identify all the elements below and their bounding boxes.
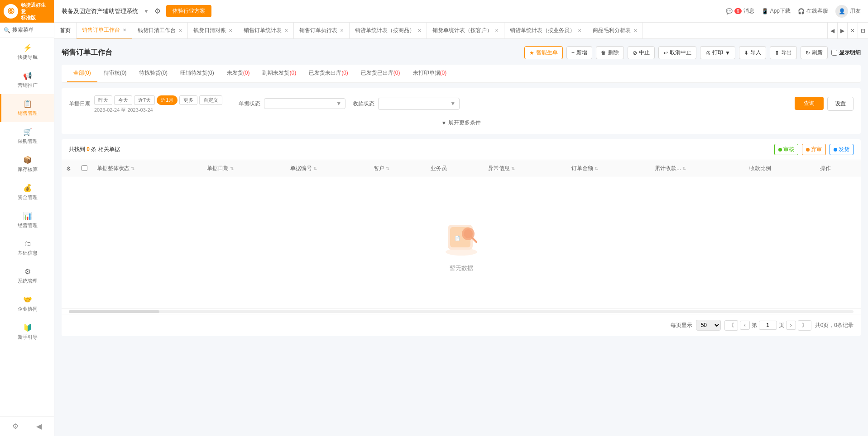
expand-more-btn[interactable]: ▼ 展开更多条件 — [69, 117, 854, 128]
filter-tab-not-printed[interactable]: 未打印单据(0) — [407, 65, 453, 82]
date-btn-more[interactable]: 更多 — [179, 95, 197, 105]
col-settings[interactable]: ⚙ — [62, 160, 75, 177]
date-btn-custom[interactable]: 自定义 — [199, 95, 222, 105]
gear-icon[interactable]: ⚙ — [154, 7, 161, 15]
sort-icon[interactable]: ⇅ — [131, 166, 134, 171]
col-checkbox[interactable] — [75, 160, 93, 177]
sort-icon[interactable]: ⇅ — [313, 166, 317, 171]
delete-btn[interactable]: 🗑 删除 — [596, 46, 624, 59]
first-page-btn[interactable]: 《 — [724, 320, 738, 331]
last-page-btn[interactable]: 》 — [798, 320, 811, 331]
smart-generate-btn[interactable]: ★ 智能生单 — [524, 46, 563, 59]
tabs-close-btn[interactable]: ✕ — [847, 23, 858, 39]
sort-icon[interactable]: ⇅ — [511, 166, 515, 171]
industry-btn[interactable]: 体验行业方案 — [166, 5, 211, 17]
close-tab-icon[interactable]: ✕ — [495, 28, 499, 33]
user-menu[interactable]: 👤 用友 — [835, 5, 861, 18]
show-detail-input[interactable] — [831, 50, 837, 56]
sidebar-item-sales[interactable]: 📋 销售管理 — [0, 94, 54, 122]
sales-icon: 📋 — [23, 100, 32, 108]
date-btn-today[interactable]: 今天 — [114, 95, 132, 105]
tab-sales-workbench[interactable]: 销售订单工作台 ✕ — [77, 23, 132, 39]
tab-home[interactable]: 首页 — [54, 23, 77, 39]
sort-icon[interactable]: ⇅ — [682, 166, 686, 171]
date-btn-7days[interactable]: 近7天 — [134, 95, 155, 105]
tab-profit-analysis[interactable]: 商品毛利分析表 ✕ — [587, 23, 643, 39]
tabs-prev-btn[interactable]: ◀ — [827, 23, 837, 39]
batch-ship-btn[interactable]: 发货 — [830, 144, 854, 155]
dropdown-arrow-icon[interactable]: ▼ — [144, 8, 149, 14]
show-detail-checkbox[interactable]: 显示明细 — [831, 49, 861, 57]
sort-icon[interactable]: ⇅ — [595, 166, 598, 171]
close-tab-icon[interactable]: ✕ — [417, 28, 421, 33]
print-btn[interactable]: 🖨 打印 ▼ — [700, 46, 735, 59]
tab-sales-summary-product[interactable]: 销货单统计表（按商品） ✕ — [350, 23, 427, 39]
sidebar-item-operation[interactable]: 📊 经营管理 — [0, 206, 54, 234]
batch-unreview-btn[interactable]: 弃审 — [802, 144, 826, 155]
filter-tab-pending-inspect[interactable]: 待拣验货(0) — [133, 65, 174, 82]
sidebar-item-quick-nav[interactable]: ⚡ 快捷导航 — [0, 38, 54, 66]
set-btn[interactable]: 设置 — [827, 97, 854, 111]
sidebar-item-guide[interactable]: 🔰 新手引导 — [0, 318, 54, 346]
sidebar-item-system[interactable]: ⚙ 系统管理 — [0, 262, 54, 290]
add-btn[interactable]: + 新增 — [566, 46, 592, 59]
page-size-select[interactable]: 50 20 100 — [696, 320, 721, 331]
plus-icon: + — [571, 50, 575, 56]
tab-sales-summary-staff[interactable]: 销货单统计表（按业务员） ✕ — [504, 23, 587, 39]
print-dropdown-icon: ▼ — [725, 50, 730, 56]
status-select[interactable]: ▼ — [264, 98, 345, 109]
tab-sales-summary-customer[interactable]: 销货单统计表（按客户） ✕ — [427, 23, 504, 39]
sidebar-item-basic[interactable]: 🗂 基础信息 — [0, 234, 54, 262]
col-payment-ratio: 收款比例 — [746, 160, 816, 177]
filter-tab-shipped-out[interactable]: 已发货已出库(0) — [355, 65, 407, 82]
page-input[interactable] — [759, 321, 777, 330]
close-tab-icon[interactable]: ✕ — [340, 28, 344, 33]
batch-review-btn[interactable]: 审核 — [774, 144, 798, 155]
refresh-btn[interactable]: ↻ 刷新 — [801, 46, 828, 59]
horizontal-scrollbar[interactable] — [62, 308, 861, 314]
scrollbar-thumb[interactable] — [69, 310, 159, 313]
date-btn-1month[interactable]: 近1月 — [157, 95, 177, 105]
filter-tab-shipped-not-out[interactable]: 已发货未出库(0) — [302, 65, 355, 82]
close-tab-icon[interactable]: ✕ — [123, 28, 126, 33]
query-btn[interactable]: 查询 — [795, 97, 824, 110]
tab-sales-stats[interactable]: 销售订单统计表 ✕ — [238, 23, 294, 39]
cancel-stop-btn[interactable]: ↩ 取消中止 — [658, 46, 696, 59]
next-page-btn[interactable]: › — [786, 321, 796, 330]
messages-btn[interactable]: 💬 6 消息 — [726, 7, 754, 15]
sidebar-item-purchase[interactable]: 🛒 采购管理 — [0, 122, 54, 150]
close-tab-icon[interactable]: ✕ — [633, 28, 637, 33]
filter-tab-pending-review[interactable]: 待审核(0) — [97, 65, 133, 82]
sidebar-item-inventory[interactable]: 📦 库存核算 — [0, 150, 54, 178]
app-download-btn[interactable]: 📱 App下载 — [762, 7, 791, 15]
stop-btn[interactable]: ⊘ 中止 — [628, 46, 655, 59]
date-btn-yesterday[interactable]: 昨天 — [94, 95, 112, 105]
sort-icon[interactable]: ⇅ — [386, 166, 389, 171]
online-service-btn[interactable]: 🎧 在线客服 — [798, 7, 828, 15]
tab-sales-exec[interactable]: 销售订单执行表 ✕ — [294, 23, 350, 39]
close-tab-icon[interactable]: ✕ — [284, 28, 288, 33]
tabs-expand-btn[interactable]: ⊡ — [858, 23, 868, 39]
sidebar-search[interactable]: 🔍 搜索菜单 — [0, 23, 54, 38]
close-tab-icon[interactable]: ✕ — [229, 28, 232, 33]
close-tab-icon[interactable]: ✕ — [178, 28, 182, 33]
settings-bottom-btn[interactable]: ⚙ — [10, 420, 20, 432]
tab-cash-reconcile[interactable]: 钱货日清对账 ✕ — [188, 23, 238, 39]
tab-cash-daily[interactable]: 钱货日清工作台 ✕ — [132, 23, 188, 39]
filter-tab-overdue[interactable]: 到期未发货(0) — [256, 65, 302, 82]
collapse-btn[interactable]: ◀ — [34, 420, 43, 432]
payment-select[interactable]: ▼ — [378, 98, 460, 110]
import-btn[interactable]: ⬇ 导入 — [739, 46, 766, 59]
filter-tab-all[interactable]: 全部(0) — [67, 65, 97, 82]
tabs-next-btn[interactable]: ▶ — [837, 23, 847, 39]
close-tab-icon[interactable]: ✕ — [578, 28, 581, 33]
sidebar-item-enterprise[interactable]: 🤝 企业协同 — [0, 290, 54, 318]
filter-tab-not-shipped[interactable]: 未发货(0) — [221, 65, 256, 82]
select-all-checkbox[interactable] — [82, 165, 87, 171]
sort-icon[interactable]: ⇅ — [230, 166, 234, 171]
sidebar-item-finance[interactable]: 💰 资金管理 — [0, 178, 54, 206]
sidebar-item-marketing[interactable]: 📢 营销推广 — [0, 66, 54, 94]
export-btn[interactable]: ⬆ 导出 — [770, 46, 797, 59]
filter-tab-wangpu[interactable]: 旺铺待发货(0) — [174, 65, 221, 82]
prev-page-btn[interactable]: ‹ — [740, 321, 750, 330]
